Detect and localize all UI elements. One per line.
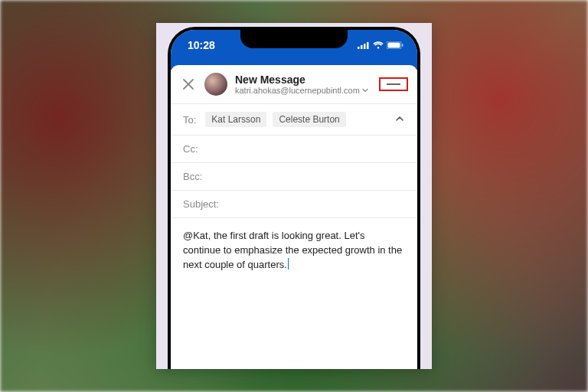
- svg-rect-3: [367, 42, 369, 49]
- battery-icon: [387, 39, 403, 51]
- text-cursor: [288, 258, 289, 270]
- to-row[interactable]: To: Kat Larsson Celeste Burton: [171, 103, 417, 135]
- compose-sheet: New Message katri.ahokas@lucernepubintl.…: [171, 65, 417, 369]
- message-body[interactable]: @Kat, the first draft is looking great. …: [171, 217, 417, 369]
- wifi-icon: [373, 39, 384, 51]
- phone-frame: 10:28: [168, 27, 420, 369]
- from-email: katri.ahokas@lucernepubintl.com: [235, 86, 360, 95]
- svg-rect-6: [402, 44, 403, 47]
- to-label: To:: [183, 114, 196, 126]
- title-block: New Message katri.ahokas@lucernepubintl.…: [235, 74, 371, 95]
- minimize-icon: [387, 83, 400, 85]
- cc-row[interactable]: Cc:: [171, 135, 417, 162]
- compose-header: New Message katri.ahokas@lucernepubintl.…: [171, 65, 417, 103]
- from-account-selector[interactable]: katri.ahokas@lucernepubintl.com: [235, 86, 371, 95]
- subject-label: Subject:: [183, 198, 224, 210]
- bcc-row[interactable]: Bcc:: [171, 162, 417, 190]
- collapse-recipients-button[interactable]: [394, 113, 405, 126]
- chevron-down-icon: [362, 87, 368, 93]
- status-icons: [358, 39, 403, 51]
- minimize-button[interactable]: [379, 77, 408, 91]
- chevron-up-icon: [394, 113, 405, 124]
- recipient-chip[interactable]: Celeste Burton: [273, 112, 345, 127]
- body-text: @Kat, the first draft is looking great. …: [183, 230, 402, 270]
- compose-title: New Message: [235, 74, 371, 86]
- subject-row[interactable]: Subject:: [171, 190, 417, 217]
- svg-rect-0: [358, 47, 360, 49]
- status-bar: 10:28: [171, 30, 417, 60]
- avatar: [204, 73, 227, 96]
- subject-input[interactable]: [230, 198, 405, 210]
- clock: 10:28: [188, 39, 215, 51]
- bcc-label: Bcc:: [183, 171, 224, 182]
- recipient-chip[interactable]: Kat Larsson: [205, 112, 266, 127]
- close-button[interactable]: [180, 76, 197, 93]
- notch: [240, 30, 348, 48]
- svg-rect-5: [388, 43, 400, 48]
- cellular-signal-icon: [358, 39, 370, 51]
- screenshot-panel: 10:28: [156, 23, 432, 369]
- svg-rect-1: [361, 45, 363, 49]
- cc-label: Cc:: [183, 143, 224, 155]
- phone-screen: 10:28: [171, 30, 417, 369]
- svg-rect-2: [364, 44, 366, 49]
